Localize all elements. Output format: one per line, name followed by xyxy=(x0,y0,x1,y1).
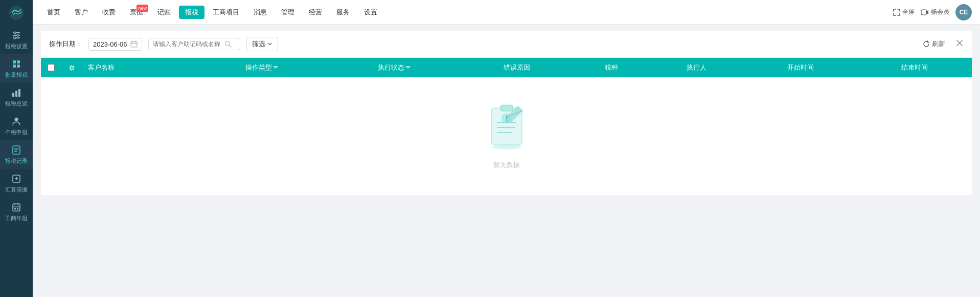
nav-customer[interactable]: 客户 xyxy=(69,6,94,19)
refresh-label: 刷新 xyxy=(932,39,945,49)
overview-icon xyxy=(11,87,22,98)
empty-illustration: ! xyxy=(481,98,532,154)
sidebar-item-gongshang-nianbao[interactable]: 工商年报 xyxy=(0,198,33,226)
filter-icon-2[interactable] xyxy=(405,65,411,70)
nav-fuwu[interactable]: 服务 xyxy=(330,6,356,19)
batch-icon xyxy=(11,58,22,70)
avatar[interactable]: CE xyxy=(955,4,972,20)
table-wrap: 客户名称 操作类型 xyxy=(41,58,972,195)
date-label: 操作日期： xyxy=(49,39,82,49)
sidebar-item-baoshui-shezhi[interactable]: 报税设置 xyxy=(0,26,33,54)
svg-rect-29 xyxy=(131,41,137,47)
col-executor: 执行人 xyxy=(649,58,744,77)
search-icon xyxy=(224,40,232,48)
svg-rect-11 xyxy=(12,93,14,97)
col-customer-name: 客户名称 xyxy=(82,58,196,77)
col-gear xyxy=(61,58,82,77)
svg-rect-10 xyxy=(17,65,20,68)
svg-point-37 xyxy=(71,67,73,69)
nav-guanli[interactable]: 管理 xyxy=(275,6,301,19)
close-icon xyxy=(955,39,964,47)
nav-gongshang[interactable]: 工商项目 xyxy=(207,6,245,19)
svg-point-46 xyxy=(492,144,521,150)
sidebar-item-geshui-shenbao[interactable]: 个税申报 xyxy=(0,112,33,140)
svg-rect-8 xyxy=(17,60,20,63)
calendar-icon xyxy=(130,40,138,48)
table-header-row: 客户名称 操作类型 xyxy=(41,58,972,77)
topnav: 首页 客户 收费 票据 new 记账 报税 工商项目 消息 管理 经营 服务 设… xyxy=(33,0,980,25)
svg-point-14 xyxy=(15,118,18,121)
svg-rect-27 xyxy=(17,208,18,209)
empty-state: ! 暂无数据 xyxy=(41,77,972,195)
svg-rect-22 xyxy=(13,204,20,211)
nav-shezhi[interactable]: 设置 xyxy=(358,6,383,19)
member-button[interactable]: 畅会员 xyxy=(921,8,949,16)
svg-rect-9 xyxy=(13,65,16,68)
search-wrap[interactable] xyxy=(148,38,240,50)
refresh-icon xyxy=(923,40,930,48)
date-value: 2023-06-06 xyxy=(93,40,127,48)
sidebar-logo xyxy=(0,0,33,26)
sidebar-item-piliang-baoshui[interactable]: 批量报税 xyxy=(0,54,33,83)
svg-rect-13 xyxy=(18,89,20,97)
calculate-icon xyxy=(11,173,22,184)
sidebar-item-baoshui-zonglam[interactable]: 报税总览 xyxy=(0,83,33,112)
sidebar: 报税设置 批量报税 报税总览 xyxy=(0,0,33,297)
person-tax-icon xyxy=(11,116,22,127)
new-badge: new xyxy=(136,5,148,12)
record-icon xyxy=(11,144,22,156)
main-area: 首页 客户 收费 票据 new 记账 报税 工商项目 消息 管理 经营 服务 设… xyxy=(33,0,980,297)
svg-point-5 xyxy=(17,34,19,36)
svg-point-33 xyxy=(225,41,230,46)
svg-point-4 xyxy=(14,32,16,34)
nav-jingying[interactable]: 经营 xyxy=(303,6,328,19)
fullscreen-button[interactable]: 全屏 xyxy=(893,8,915,16)
col-end-time: 结束时间 xyxy=(858,58,972,77)
sidebar-item-huisuan-jiaona[interactable]: 汇算清缴 xyxy=(0,169,33,198)
col-checkbox xyxy=(41,58,61,77)
fullscreen-icon xyxy=(893,9,900,16)
empty-text: 暂无数据 xyxy=(493,160,520,169)
records-table: 客户名称 操作类型 xyxy=(41,58,972,195)
topnav-right: 全屏 畅会员 CE xyxy=(893,4,972,20)
col-exec-status: 执行状态 xyxy=(328,58,460,77)
select-all-checkbox[interactable] xyxy=(48,64,55,71)
content-area: 操作日期： 2023-06-06 xyxy=(33,25,980,297)
col-tax-type: 税种 xyxy=(574,58,649,77)
toolbar: 操作日期： 2023-06-06 xyxy=(41,31,972,58)
nav-jizhang[interactable]: 记账 xyxy=(151,6,177,19)
col-start-time: 开始时间 xyxy=(744,58,858,77)
svg-rect-7 xyxy=(13,60,16,63)
nav-home[interactable]: 首页 xyxy=(41,6,66,19)
nav-shoufei[interactable]: 收费 xyxy=(96,6,122,19)
svg-point-6 xyxy=(14,37,16,39)
svg-rect-12 xyxy=(15,91,17,97)
annual-icon xyxy=(11,202,22,213)
main-panel: 操作日期： 2023-06-06 xyxy=(41,31,972,195)
nav-items: 首页 客户 收费 票据 new 记账 报税 工商项目 消息 管理 经营 服务 设… xyxy=(41,6,893,19)
video-icon xyxy=(921,8,929,16)
search-input[interactable] xyxy=(153,40,224,48)
svg-rect-26 xyxy=(14,208,16,209)
svg-rect-28 xyxy=(921,10,926,15)
col-operation-type: 操作类型 xyxy=(196,58,328,77)
sidebar-item-baoshui-jilu[interactable]: 报税记录 xyxy=(0,140,33,169)
nav-xiaoxi[interactable]: 消息 xyxy=(247,6,273,19)
column-settings-icon[interactable] xyxy=(68,64,76,72)
settings-icon xyxy=(11,30,22,41)
svg-line-34 xyxy=(229,46,231,48)
chevron-down-icon xyxy=(267,41,272,47)
filter-icon[interactable] xyxy=(273,65,278,70)
refresh-button[interactable]: 刷新 xyxy=(923,39,945,49)
close-button[interactable] xyxy=(955,39,964,49)
filter-button[interactable]: 筛选 xyxy=(246,37,278,51)
nav-piao[interactable]: 票据 new xyxy=(124,6,149,19)
date-picker[interactable]: 2023-06-06 xyxy=(88,38,142,51)
nav-baoshui[interactable]: 报税 xyxy=(179,6,204,19)
empty-row: ! 暂无数据 xyxy=(41,77,972,195)
col-error-reason: 错误原因 xyxy=(460,58,574,77)
svg-rect-39 xyxy=(500,105,513,111)
